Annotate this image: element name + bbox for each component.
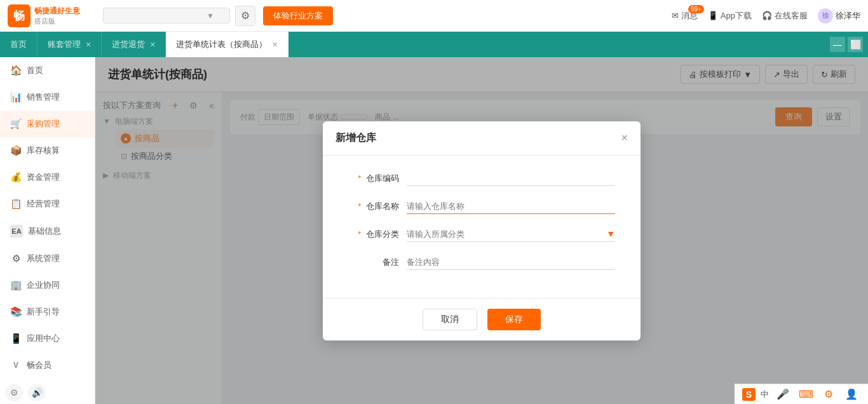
form-row-name: * 仓库名称 bbox=[348, 199, 615, 214]
s-logo: S bbox=[742, 388, 756, 401]
tab-home[interactable]: 首页 bbox=[0, 32, 37, 57]
form-row-code: * 仓库编码 04 bbox=[348, 171, 615, 186]
top-bar: 畅 畅捷通好生意 搭店版 日太阳膜 ▼ ⚙ 体验行业方案 ✉ 消息 99+ 📱 … bbox=[0, 0, 868, 32]
sidebar-item-app-center[interactable]: 📱 应用中心 bbox=[0, 325, 95, 352]
sidebar-bottom: ⚙ 🔊 bbox=[0, 379, 95, 404]
mobile-icon: 📱 bbox=[708, 11, 718, 20]
category-label: * 仓库分类 bbox=[348, 229, 399, 240]
bottom-user-icon[interactable]: 👤 bbox=[843, 386, 860, 403]
tab-purchase-return[interactable]: 进货退货 × bbox=[102, 32, 166, 57]
finance-icon: 💰 bbox=[10, 172, 22, 183]
tab-maximize-button[interactable]: ⬜ bbox=[848, 37, 863, 52]
online-service-button[interactable]: 🎧 在线客服 bbox=[762, 10, 808, 22]
category-select[interactable]: ▼ bbox=[407, 227, 615, 242]
modal-overlay[interactable]: 新增仓库 × * 仓库编码 04 bbox=[95, 57, 868, 404]
enterprise-icon: 🏢 bbox=[10, 279, 22, 291]
message-badge: 99+ bbox=[688, 5, 704, 13]
sidebar-item-operations[interactable]: 📋 经营管理 bbox=[0, 191, 95, 217]
settings-button[interactable]: ⚙ bbox=[235, 6, 255, 26]
tab-bar: 首页 账套管理 × 进货退货 × 进货单统计表（按商品） × — ⬜ bbox=[0, 32, 868, 57]
add-warehouse-dialog: 新增仓库 × * 仓库编码 04 bbox=[323, 121, 641, 340]
operations-icon: 📋 bbox=[10, 198, 22, 210]
sidebar-item-member[interactable]: V 畅会员 bbox=[0, 352, 95, 379]
system-icon: ⚙ bbox=[10, 253, 22, 264]
tab-purchase-stats[interactable]: 进货单统计表（按商品） × bbox=[166, 32, 288, 57]
trial-button[interactable]: 体验行业方案 bbox=[263, 6, 333, 25]
bottom-settings-icon[interactable]: ⚙ bbox=[820, 386, 837, 403]
zh-label: 中 bbox=[761, 389, 769, 400]
remark-label: 备注 bbox=[348, 257, 399, 268]
form-row-category: * 仓库分类 ▼ bbox=[348, 227, 615, 242]
sidebar-item-beginner[interactable]: 📚 新手引导 bbox=[0, 299, 95, 325]
dialog-title: 新增仓库 bbox=[336, 131, 376, 145]
logo-icon: 畅 bbox=[8, 4, 31, 27]
sidebar-item-sales[interactable]: 📊 销售管理 bbox=[0, 84, 95, 111]
sidebar-item-purchase[interactable]: 🛒 采购管理 bbox=[0, 111, 95, 137]
code-label: * 仓库编码 bbox=[348, 173, 399, 184]
code-required-mark: * bbox=[358, 173, 361, 183]
close-tab-purchase-return[interactable]: × bbox=[150, 39, 155, 50]
beginner-icon: 📚 bbox=[10, 306, 22, 318]
content-area: 进货单统计(按商品) 🖨 按模板打印 ▼ ↗ 导出 ↻ 刷新 bbox=[95, 57, 868, 404]
app-download-button[interactable]: 📱 App下载 bbox=[708, 10, 752, 22]
avatar: 徐 bbox=[818, 8, 833, 24]
cancel-button[interactable]: 取消 bbox=[423, 309, 477, 330]
category-chevron-icon: ▼ bbox=[606, 229, 615, 239]
bottom-bar: S 中 🎤 ⌨ ⚙ 👤 bbox=[735, 384, 868, 404]
sidebar-item-home[interactable]: 🏠 首页 bbox=[0, 57, 95, 84]
dialog-footer: 取消 保存 bbox=[323, 298, 641, 340]
app-center-icon: 📱 bbox=[10, 333, 22, 344]
sidebar-item-basic-info[interactable]: EA 基础信息 bbox=[0, 217, 95, 245]
user-menu[interactable]: 徐 徐泽华 bbox=[818, 8, 860, 24]
name-label: * 仓库名称 bbox=[348, 201, 399, 212]
sidebar: 🏠 首页 📊 销售管理 🛒 采购管理 📦 库存核算 💰 资金管理 📋 经营管理 … bbox=[0, 57, 95, 404]
search-dropdown-icon[interactable]: ▼ bbox=[207, 11, 214, 20]
sales-icon: 📊 bbox=[10, 91, 22, 103]
category-required-mark: * bbox=[358, 229, 361, 239]
purchase-icon: 🛒 bbox=[10, 118, 22, 130]
home-icon: 🏠 bbox=[10, 65, 22, 76]
search-input[interactable]: 日太阳膜 bbox=[109, 11, 204, 20]
close-tab-accounts[interactable]: × bbox=[86, 39, 91, 50]
logo-area: 畅 畅捷通好生意 搭店版 bbox=[8, 4, 103, 27]
code-input[interactable]: 04 bbox=[407, 171, 615, 186]
close-tab-purchase-stats[interactable]: × bbox=[272, 39, 277, 50]
dialog-close-button[interactable]: × bbox=[621, 132, 628, 144]
search-area[interactable]: 日太阳膜 ▼ bbox=[103, 8, 230, 24]
save-button[interactable]: 保存 bbox=[487, 309, 541, 330]
form-row-remark: 备注 bbox=[348, 255, 615, 270]
logo-text: 畅捷通好生意 搭店版 bbox=[34, 6, 80, 26]
category-input[interactable] bbox=[407, 227, 606, 241]
member-icon: V bbox=[10, 360, 22, 371]
message-button[interactable]: ✉ 消息 99+ bbox=[672, 10, 698, 22]
remark-input[interactable] bbox=[407, 255, 615, 270]
basic-info-icon: EA bbox=[10, 225, 23, 238]
message-icon: ✉ bbox=[672, 11, 679, 20]
sidebar-item-system[interactable]: ⚙ 系统管理 bbox=[0, 245, 95, 272]
main-layout: 🏠 首页 📊 销售管理 🛒 采购管理 📦 库存核算 💰 资金管理 📋 经营管理 … bbox=[0, 57, 868, 404]
dialog-header: 新增仓库 × bbox=[323, 121, 641, 156]
sidebar-item-enterprise[interactable]: 🏢 企业协同 bbox=[0, 272, 95, 299]
tab-controls: — ⬜ bbox=[825, 32, 868, 57]
sidebar-item-finance[interactable]: 💰 资金管理 bbox=[0, 164, 95, 191]
name-input[interactable] bbox=[407, 199, 615, 214]
dialog-body: * 仓库编码 04 * 仓库名称 bbox=[323, 156, 641, 298]
sidebar-item-inventory[interactable]: 📦 库存核算 bbox=[0, 137, 95, 164]
keyboard-icon[interactable]: ⌨ bbox=[797, 386, 815, 403]
headset-icon: 🎧 bbox=[762, 11, 772, 20]
sidebar-settings-button[interactable]: ⚙ bbox=[5, 384, 23, 401]
microphone-icon[interactable]: 🎤 bbox=[774, 386, 792, 403]
name-required-mark: * bbox=[358, 201, 361, 211]
tab-accounts[interactable]: 账套管理 × bbox=[37, 32, 102, 57]
inventory-icon: 📦 bbox=[10, 145, 22, 156]
tab-minimize-button[interactable]: — bbox=[830, 37, 845, 52]
sidebar-volume-button[interactable]: 🔊 bbox=[28, 384, 46, 401]
top-right-actions: ✉ 消息 99+ 📱 App下载 🎧 在线客服 徐 徐泽华 bbox=[672, 8, 860, 24]
